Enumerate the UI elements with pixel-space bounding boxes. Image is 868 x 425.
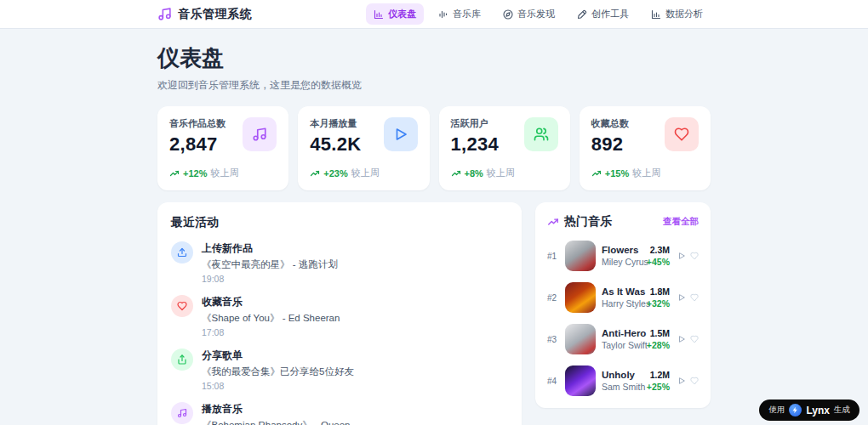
activity-title: 分享歌单 [202, 348, 354, 363]
stat-card-active-users: 活跃用户 1,234 +8% 较上周 [439, 106, 570, 190]
heart-icon [171, 295, 193, 317]
badge-brand: Lynx [806, 405, 830, 416]
page-subtitle: 欢迎回到音乐管理系统，这里是您的数据概览 [157, 78, 711, 93]
stat-card-total-favorites: 收藏总数 892 +15% 较上周 [580, 106, 711, 190]
song-rank: #3 [547, 335, 559, 344]
song-plays: 1.5M [647, 328, 670, 338]
play-icon[interactable] [677, 252, 686, 260]
lynx-logo-icon [789, 404, 802, 416]
audio-lines-icon [438, 9, 448, 20]
stat-period: 较上周 [351, 167, 380, 179]
recent-activity-panel: 最近活动 上传新作品 《夜空中最亮的星》 - 逃跑计划 19:08 [157, 202, 522, 425]
main-nav: 仪表盘 音乐库 音乐发现 创作工具 数据分析 [366, 3, 711, 25]
music-note-icon [171, 402, 193, 424]
song-plays: 1.8M [647, 286, 670, 297]
stat-card-total-tracks: 音乐作品总数 2,847 +12% 较上周 [157, 106, 288, 190]
song-artist: Miley Cyrus [602, 257, 641, 267]
stat-value: 45.2K [310, 133, 361, 156]
stat-change: +23% [323, 168, 347, 178]
song-artist: Harry Styles [602, 298, 641, 309]
stat-label: 收藏总数 [591, 117, 629, 130]
activity-desc: 《夜空中最亮的星》 - 逃跑计划 [202, 258, 338, 271]
stat-value: 892 [591, 133, 629, 156]
badge-suffix: 生成 [834, 405, 850, 416]
song-title: Unholy [602, 370, 641, 380]
nav-item-library[interactable]: 音乐库 [431, 3, 488, 25]
play-icon [384, 117, 418, 151]
bar-chart-icon [374, 9, 384, 20]
heart-icon [665, 117, 699, 151]
album-art [565, 324, 596, 354]
song-artist: Taylor Swift [602, 340, 641, 350]
stat-label: 音乐作品总数 [169, 117, 226, 130]
list-item: 分享歌单 《我的最爱合集》已分享给5位好友 15:08 [171, 348, 508, 391]
activity-time: 17:08 [202, 327, 340, 337]
list-item: 播放音乐 《Bohemian Rhapsody》 - Queen 13:08 [171, 402, 508, 425]
song-change: +28% [647, 340, 670, 350]
stat-period: 较上周 [487, 167, 515, 179]
users-icon [524, 117, 558, 151]
song-rank: #2 [547, 293, 559, 303]
song-plays: 1.2M [647, 370, 670, 380]
recent-activity-title: 最近活动 [171, 215, 508, 230]
song-row: #2 As It Was Harry Styles 1.8M +32% [547, 282, 699, 313]
song-row: #4 Unholy Sam Smith 1.2M +25% [547, 366, 699, 396]
song-change: +32% [647, 298, 670, 309]
song-rank: #4 [547, 377, 559, 386]
play-icon[interactable] [677, 293, 686, 302]
trending-up-icon [451, 168, 461, 178]
nav-item-create-tools[interactable]: 创作工具 [569, 3, 637, 25]
brand-title: 音乐管理系统 [178, 7, 252, 22]
activity-title: 播放音乐 [202, 402, 351, 416]
stat-card-monthly-plays: 本月播放量 45.2K +23% 较上周 [298, 106, 429, 190]
heart-icon[interactable] [690, 377, 699, 385]
nav-item-dashboard[interactable]: 仪表盘 [366, 3, 424, 25]
song-change: +25% [647, 382, 670, 392]
stat-change: +12% [183, 168, 207, 178]
stat-value: 2,847 [169, 133, 226, 156]
activity-title: 收藏音乐 [202, 295, 340, 309]
music-note-logo-icon [157, 7, 172, 21]
stat-change: +8% [465, 168, 483, 178]
compass-icon [503, 9, 513, 20]
stats-grid: 音乐作品总数 2,847 +12% 较上周 本月播放量 45.2K [157, 106, 711, 190]
view-all-link[interactable]: 查看全部 [663, 216, 699, 228]
brand: 音乐管理系统 [157, 7, 252, 22]
song-row: #1 Flowers Miley Cyrus 2.3M +45% [547, 241, 699, 271]
bar-chart-icon [651, 9, 661, 20]
trending-up-icon [547, 216, 559, 228]
stat-value: 1,234 [451, 133, 500, 156]
play-icon[interactable] [677, 335, 686, 343]
nav-item-analytics[interactable]: 数据分析 [643, 3, 711, 25]
lynx-badge[interactable]: 使用 Lynx 生成 [759, 400, 859, 421]
song-title: Anti-Hero [602, 328, 641, 338]
trending-up-icon [169, 168, 180, 178]
song-row: #3 Anti-Hero Taylor Swift 1.5M +28% [547, 324, 699, 354]
album-art [565, 282, 596, 313]
heart-icon[interactable] [690, 252, 699, 260]
nav-item-discover[interactable]: 音乐发现 [495, 3, 562, 25]
stat-change: +15% [605, 168, 629, 178]
song-title: Flowers [602, 245, 641, 255]
page-title: 仪表盘 [157, 43, 711, 73]
play-icon[interactable] [677, 377, 686, 385]
trending-up-icon [591, 168, 602, 178]
badge-prefix: 使用 [768, 405, 785, 416]
heart-icon[interactable] [690, 335, 699, 343]
album-art [565, 241, 596, 271]
top-navbar: 音乐管理系统 仪表盘 音乐库 音乐发现 创作工具 数据分析 [0, 0, 868, 29]
activity-title: 上传新作品 [202, 241, 338, 256]
stat-label: 活跃用户 [451, 117, 500, 130]
activity-time: 15:08 [202, 381, 354, 391]
list-item: 收藏音乐 《Shape of You》 - Ed Sheeran 17:08 [171, 295, 508, 337]
hot-music-panel: 热门音乐 查看全部 #1 Flowers Miley Cyrus 2.3M +4… [535, 202, 711, 408]
album-art [565, 366, 596, 396]
song-plays: 2.3M [647, 245, 670, 255]
upload-icon [171, 241, 193, 264]
activity-desc: 《Shape of You》 - Ed Sheeran [202, 312, 340, 325]
stat-period: 较上周 [210, 167, 238, 179]
song-change: +45% [647, 257, 670, 267]
activity-desc: 《我的最爱合集》已分享给5位好友 [202, 366, 354, 378]
heart-icon[interactable] [690, 293, 699, 302]
pen-tool-icon [577, 9, 587, 20]
